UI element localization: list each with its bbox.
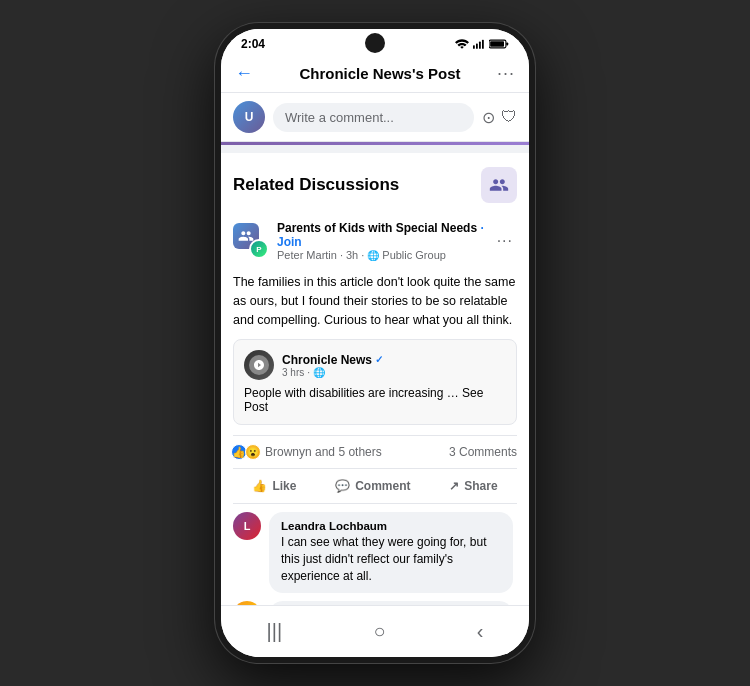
- share-button[interactable]: ↗ Share: [439, 473, 507, 499]
- back-button[interactable]: ←: [235, 63, 253, 84]
- top-comment-input[interactable]: Write a comment...: [273, 103, 474, 132]
- reactions-left[interactable]: 👍 😮 Brownyn and 5 others: [233, 444, 382, 460]
- quoted-source-name: Chronicle News ✓: [282, 353, 506, 367]
- meta-group-icon: [489, 175, 509, 195]
- phone-notch: [365, 33, 385, 53]
- scroll-area[interactable]: U Write a comment... ⊙ 🛡 Related Discuss…: [221, 93, 529, 605]
- quoted-post-header: Chronicle News ✓ 3 hrs · 🌐: [244, 350, 506, 380]
- status-time: 2:04: [241, 37, 265, 51]
- wow-reaction: 😮: [245, 444, 261, 460]
- quoted-post-text: People with disabilities are increasing …: [244, 386, 506, 414]
- comment-icon: 💬: [335, 479, 350, 493]
- related-discussions-header: Related Discussions: [233, 167, 517, 203]
- reactors-label: Brownyn and 5 others: [265, 445, 382, 459]
- reaction-emojis: 👍 😮: [233, 444, 261, 460]
- more-options-button[interactable]: ···: [497, 63, 515, 84]
- reactions-bar: 👍 😮 Brownyn and 5 others 3 Comments: [233, 435, 517, 469]
- comment-avatar-leandra: L: [233, 512, 261, 540]
- group-name: Parents of Kids with Special Needs · Joi…: [277, 221, 485, 249]
- share-label: Share: [464, 479, 497, 493]
- svg-rect-1: [476, 43, 478, 48]
- group-avatars: P: [233, 223, 269, 259]
- svg-rect-5: [506, 42, 508, 45]
- post-more-button[interactable]: ···: [493, 230, 517, 252]
- time-ago: 3h: [346, 249, 358, 261]
- related-discussions-icon-button[interactable]: [481, 167, 517, 203]
- comment-count[interactable]: 3 Comments: [449, 445, 517, 459]
- group-meta: Parents of Kids with Special Needs · Joi…: [277, 221, 485, 261]
- group-sub-info: Peter Martin · 3h · 🌐 Public Group: [277, 249, 485, 261]
- like-icon: 👍: [252, 479, 267, 493]
- comment-avatar-initials: L: [233, 512, 261, 540]
- globe-icon: 🌐: [367, 250, 379, 261]
- svg-rect-2: [479, 42, 481, 49]
- current-user-avatar: U: [233, 101, 265, 133]
- svg-rect-3: [482, 40, 484, 49]
- poster-avatar: P: [249, 239, 269, 259]
- poster-name: Peter Martin: [277, 249, 337, 261]
- signal-icon: [473, 39, 485, 49]
- comment-button[interactable]: 💬 Comment: [325, 473, 420, 499]
- svg-rect-0: [473, 45, 475, 49]
- nav-bar: ← Chronicle News's Post ···: [221, 55, 529, 93]
- top-input-icons: ⊙ 🛡: [482, 108, 517, 127]
- camera-icon[interactable]: ⊙: [482, 108, 495, 127]
- avatar-initials: U: [233, 101, 265, 133]
- visibility-label: Public Group: [382, 249, 446, 261]
- nav-home-button[interactable]: ○: [357, 616, 401, 647]
- related-discussions-title: Related Discussions: [233, 175, 399, 195]
- quoted-post[interactable]: Chronicle News ✓ 3 hrs · 🌐 People wi: [233, 339, 517, 425]
- action-buttons: 👍 Like 💬 Comment ↗ Share: [233, 469, 517, 504]
- poster-avatar-initials: P: [251, 241, 267, 257]
- post-text: The families in this article don't look …: [233, 269, 517, 339]
- comment-item: L Leandra Lochbaum I can see what they w…: [233, 512, 517, 592]
- comment-author-leandra: Leandra Lochbaum: [281, 520, 501, 532]
- comment-label: Comment: [355, 479, 410, 493]
- quoted-source-avatar: [244, 350, 274, 380]
- related-discussions-section: Related Discussions: [221, 153, 529, 605]
- quoted-source-info: Chronicle News ✓ 3 hrs · 🌐: [282, 353, 506, 378]
- page-title: Chronicle News's Post: [263, 65, 497, 82]
- top-comment-input-area: U Write a comment... ⊙ 🛡: [221, 93, 529, 142]
- quoted-time: 3 hrs · 🌐: [282, 367, 506, 378]
- bottom-nav-bar: ||| ○ ‹: [221, 605, 529, 657]
- share-icon: ↗: [449, 479, 459, 493]
- svg-rect-6: [490, 41, 504, 46]
- nav-menu-button[interactable]: |||: [251, 616, 299, 647]
- discussion-card: P Parents of Kids with Special Needs · J…: [233, 213, 517, 605]
- status-icons: [455, 39, 509, 49]
- section-divider: [221, 142, 529, 145]
- wifi-icon: [455, 39, 469, 49]
- shield-icon[interactable]: 🛡: [501, 108, 517, 126]
- battery-icon: [489, 39, 509, 49]
- group-info: P Parents of Kids with Special Needs · J…: [233, 213, 517, 269]
- comments-section: L Leandra Lochbaum I can see what they w…: [233, 504, 517, 605]
- like-button[interactable]: 👍 Like: [242, 473, 306, 499]
- globe-icon-quoted: 🌐: [313, 367, 325, 378]
- comment-text-leandra: I can see what they were going for, but …: [281, 534, 501, 584]
- verified-badge: ✓: [375, 354, 383, 365]
- phone-screen: 2:04 ← Chronicle: [221, 29, 529, 657]
- nav-back-button[interactable]: ‹: [461, 616, 500, 647]
- like-label: Like: [272, 479, 296, 493]
- comment-bubble-leandra: Leandra Lochbaum I can see what they wer…: [269, 512, 513, 592]
- phone-frame: 2:04 ← Chronicle: [215, 23, 535, 663]
